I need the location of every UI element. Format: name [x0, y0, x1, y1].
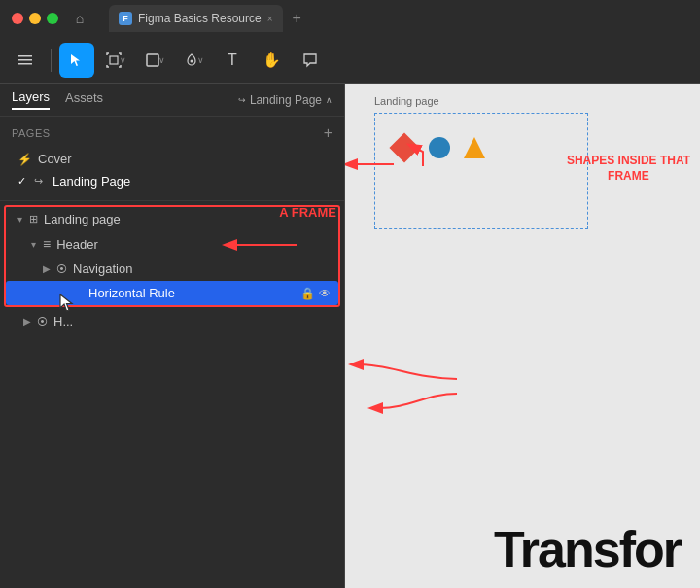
circle-shape — [429, 137, 450, 158]
layer-header[interactable]: ▾ ≡ Header — [6, 231, 338, 257]
frame-type-icon: ⊞ — [29, 213, 38, 225]
toolbar: ∨ ∨ ∨ T ✋ — [0, 37, 700, 84]
landing-page-item[interactable]: ✓ ↪ Landing Page — [12, 170, 332, 192]
layer-name-navigation: Navigation — [73, 261, 331, 276]
layer-actions: 🔒 👁 — [300, 287, 331, 300]
cursor-overlay — [58, 293, 76, 317]
assets-tab[interactable]: Assets — [65, 90, 103, 109]
svg-rect-3 — [110, 56, 118, 64]
svg-rect-0 — [18, 55, 32, 57]
current-page-tab: ↪ Landing Page ∧ — [238, 93, 332, 107]
pages-section: Pages + ⚡ Cover ✓ ↪ Landing Page — [0, 117, 344, 201]
group-type-icon: ≡ — [43, 236, 51, 252]
tab-bar: F Figma Basics Resource × + — [109, 5, 307, 32]
frame-tool-button[interactable]: ∨ — [98, 43, 133, 78]
tab-title: Figma Basics Resource — [138, 12, 262, 25]
canvas-frame-label: Landing page — [374, 95, 439, 107]
traffic-lights — [12, 13, 58, 24]
layer-name-horizontal-rule: Horizontal Rule — [88, 286, 300, 300]
pages-header: Pages + — [12, 124, 332, 142]
active-page-checkmark: ✓ — [18, 175, 26, 188]
panel-tabs: Layers Assets ↪ Landing Page ∧ — [0, 84, 344, 117]
visibility-icon[interactable]: 👁 — [319, 287, 331, 300]
menu-tool-button[interactable] — [8, 43, 43, 78]
triangle-shape — [464, 137, 485, 158]
comment-tool-button[interactable] — [293, 43, 328, 78]
layers-section: ▾ ⊞ Landing page ▾ ≡ Header ▶ ⦿ Navigati… — [0, 201, 344, 588]
svg-rect-1 — [18, 59, 32, 61]
h-component-type-icon: ⦿ — [37, 316, 48, 328]
tab-close-button[interactable]: × — [267, 14, 273, 24]
layers-tab[interactable]: Layers — [12, 89, 50, 110]
lock-icon[interactable]: 🔒 — [300, 287, 315, 300]
layer-h-toggle[interactable]: ▶ — [21, 316, 33, 328]
landing-page-label: Landing Page — [52, 174, 130, 189]
layer-name-header: Header — [56, 237, 331, 252]
pages-section-title: Pages — [12, 127, 51, 139]
home-icon[interactable]: ⌂ — [66, 5, 93, 32]
canvas-area[interactable]: Landing page SHAPES INSIDE THATFRAME — [345, 84, 700, 588]
red-box-frame-highlight: ▾ ⊞ Landing page ▾ ≡ Header ▶ ⦿ Navigati… — [4, 205, 340, 307]
cover-page-label: Cover — [38, 152, 72, 166]
layer-h-component[interactable]: ▶ ⦿ H... — [0, 309, 344, 333]
figma-tab-icon: F — [119, 12, 132, 25]
shapes-annotation: SHAPES INSIDE THATFRAME — [567, 154, 690, 184]
hand-tool-button[interactable]: ✋ — [254, 43, 289, 78]
layer-header-toggle[interactable]: ▾ — [27, 238, 39, 250]
canvas-frame — [374, 113, 588, 229]
diamond-shape — [389, 132, 419, 162]
layer-nav-toggle[interactable]: ▶ — [41, 263, 52, 275]
cover-page-icon: ⚡ — [18, 153, 32, 166]
component-type-icon: ⦿ — [56, 263, 67, 275]
main-layout: Layers Assets ↪ Landing Page ∧ Pages + ⚡… — [0, 84, 700, 588]
layer-expand-toggle[interactable]: ▾ — [14, 214, 25, 225]
svg-rect-2 — [18, 63, 32, 65]
left-panel: Layers Assets ↪ Landing Page ∧ Pages + ⚡… — [0, 84, 345, 588]
a-frame-annotation: A FRAME — [279, 205, 336, 220]
rect-tool-button[interactable]: ∨ — [137, 43, 172, 78]
svg-rect-4 — [147, 54, 158, 66]
cover-page-item[interactable]: ⚡ Cover — [12, 148, 332, 170]
svg-point-5 — [190, 59, 192, 62]
toolbar-separator-1 — [51, 49, 52, 72]
layer-horizontal-rule[interactable]: ▶ — Horizontal Rule 🔒 👁 — [6, 281, 338, 305]
layer-name-h-component: H... — [53, 314, 336, 329]
active-tab[interactable]: F Figma Basics Resource × — [109, 5, 283, 32]
canvas-shapes — [394, 137, 485, 158]
maximize-traffic-light[interactable] — [47, 13, 58, 24]
bottom-transform-text: Transfor — [494, 520, 681, 578]
add-tab-button[interactable]: + — [287, 10, 307, 27]
landing-page-icon: ↪ — [34, 175, 43, 188]
pen-tool-button[interactable]: ∨ — [176, 43, 211, 78]
text-tool-button[interactable]: T — [215, 43, 250, 78]
minimize-traffic-light[interactable] — [29, 13, 41, 24]
current-page-label: Landing Page — [250, 93, 322, 107]
add-page-button[interactable]: + — [324, 124, 332, 142]
close-traffic-light[interactable] — [12, 13, 23, 24]
title-bar: ⌂ F Figma Basics Resource × + — [0, 0, 700, 37]
select-tool-button[interactable] — [59, 43, 94, 78]
layer-navigation[interactable]: ▶ ⦿ Navigation — [6, 257, 338, 281]
